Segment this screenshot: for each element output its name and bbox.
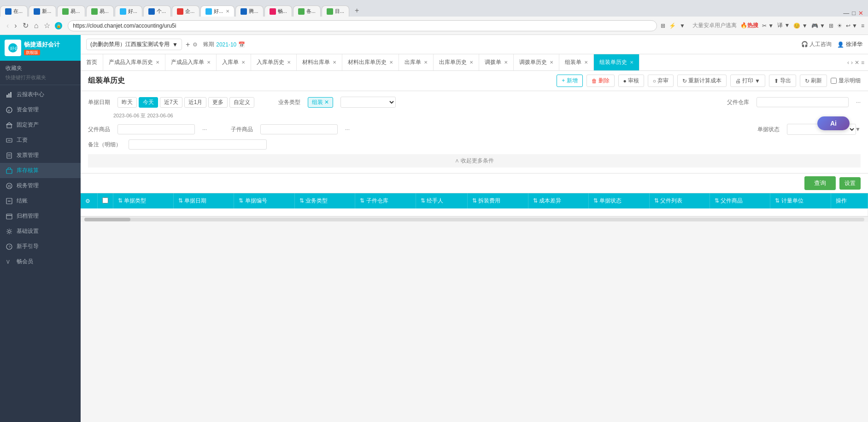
date-btn-1month[interactable]: 近1月 (184, 97, 207, 108)
sidebar-item-member[interactable]: V 畅会员 (0, 254, 81, 269)
child-goods-more-btn[interactable]: ··· (345, 126, 350, 133)
tabs-close-icon[interactable]: ✕ (855, 59, 859, 66)
sun-tool[interactable]: ☀ (837, 23, 842, 29)
tab-close-4[interactable]: ✕ (287, 60, 291, 65)
tab-material-outbound-history[interactable]: 材料出库单历史 ✕ (342, 54, 399, 71)
tab-outbound-history[interactable]: 出库单历史 ✕ (434, 54, 479, 71)
tab-material-outbound[interactable]: 材料出库单 ✕ (297, 54, 342, 71)
tab-inbound[interactable]: 入库单 ✕ (217, 54, 251, 71)
browser-tab-2[interactable]: 易... (57, 6, 85, 17)
back-button[interactable]: ‹ (4, 21, 12, 31)
new-tab-button[interactable]: + (350, 5, 364, 17)
tab-assembly[interactable]: 组装单 ✕ (559, 54, 594, 71)
th-disassemble-fee[interactable]: ⇅ 拆装费用 (468, 193, 528, 208)
tab-close-6[interactable]: ✕ (389, 60, 393, 65)
collapse-bar[interactable]: ∧ 收起更多条件 (88, 154, 861, 168)
menu-button[interactable]: ≡ (861, 23, 864, 29)
game-tool[interactable]: 🎮 ▼ (811, 23, 825, 29)
add-button[interactable]: + 新增 (557, 75, 582, 87)
browser-tab-6[interactable]: 企... (172, 6, 199, 17)
scrollbar-thumb[interactable] (84, 218, 130, 221)
grid-tool[interactable]: ⊞ (829, 23, 833, 29)
service-button[interactable]: 🎧 人工咨询 (801, 40, 832, 48)
tab-close-12[interactable]: ✕ (630, 60, 633, 65)
date-btn-custom[interactable]: 自定义 (229, 97, 254, 108)
account-settings-btn[interactable]: ⚙ (193, 41, 198, 48)
sidebar-item-guide[interactable]: ? 新手引导 (0, 239, 81, 254)
add-account-btn[interactable]: + (186, 40, 190, 49)
emoji-tool[interactable]: 😊 ▼ (793, 23, 807, 29)
tab-close-9[interactable]: ✕ (504, 60, 508, 65)
tab-home[interactable]: 首页 (81, 54, 103, 71)
th-checkbox[interactable] (97, 193, 113, 208)
recalculate-button[interactable]: ↻ 重新计算成本 (677, 75, 727, 87)
sidebar-item-close-account[interactable]: 结账 (0, 193, 81, 208)
th-settings[interactable]: ⚙ (81, 193, 97, 208)
tab-close-5[interactable]: ✕ (333, 60, 336, 65)
tabs-next-icon[interactable]: › (851, 59, 853, 66)
th-cost-diff[interactable]: ⇅ 成本差异 (528, 193, 588, 208)
browser-tab-1[interactable]: 新... (29, 6, 56, 17)
tab-close-2[interactable]: ✕ (207, 60, 211, 65)
calendar-icon[interactable]: 📅 (238, 41, 245, 48)
delete-button[interactable]: 🗑 删除 (586, 75, 615, 87)
window-close-btn[interactable]: ✕ (858, 10, 863, 17)
translate-tool[interactable]: 译 ▼ (777, 22, 790, 29)
browser-tab-10[interactable]: 各... (293, 6, 321, 17)
browser-tab-8[interactable]: 腾... (235, 6, 263, 17)
child-goods-input[interactable] (260, 124, 338, 134)
tab-inbound-history[interactable]: 入库单历史 ✕ (251, 54, 297, 71)
tab-close-3[interactable]: ✕ (241, 60, 245, 65)
th-bill-status[interactable]: ⇅ 单据状态 (589, 193, 649, 208)
scrollbar-track[interactable] (84, 218, 864, 221)
cut-tool[interactable]: ✂ ▼ (762, 23, 774, 29)
tab-close-10[interactable]: ✕ (550, 60, 553, 65)
date-btn-yesterday[interactable]: 昨天 (117, 97, 137, 108)
query-button[interactable]: 查询 (804, 176, 836, 190)
home-button[interactable]: ⌂ (31, 21, 41, 31)
bookmark-button[interactable]: ☆ (41, 20, 53, 31)
print-button[interactable]: 🖨 打印 ▼ (730, 75, 765, 87)
th-bill-date[interactable]: ⇅ 单据日期 (173, 193, 234, 208)
browser-tab-3[interactable]: 易... (86, 6, 114, 17)
browser-tab-4[interactable]: 好... (115, 6, 142, 17)
settings-filter-button[interactable]: 设置 (839, 177, 861, 190)
browser-tab-11[interactable]: 目... (322, 6, 349, 17)
date-btn-7days[interactable]: 近7天 (160, 97, 182, 108)
th-parent-list[interactable]: ⇅ 父件列表 (649, 193, 710, 208)
sidebar-item-basic-settings[interactable]: 基础设置 (0, 224, 81, 239)
sidebar-item-fund-management[interactable]: ¥ 资金管理 (0, 102, 81, 117)
address-bar[interactable] (68, 20, 657, 31)
date-btn-more[interactable]: 更多 (208, 97, 228, 108)
lightning-icon[interactable]: ⚡ (669, 23, 676, 29)
date-btn-today[interactable]: 今天 (139, 97, 158, 108)
refresh-browser-button[interactable]: ↻ (20, 20, 31, 31)
sidebar-item-salary[interactable]: 工资 (0, 133, 81, 148)
tabs-prev-icon[interactable]: ‹ (847, 59, 849, 66)
audit-button[interactable]: ● 审核 (618, 75, 644, 87)
window-minimize-btn[interactable]: — (843, 10, 849, 17)
favorites-title[interactable]: 收藏夹 (6, 64, 75, 72)
parent-warehouse-input[interactable] (757, 97, 849, 107)
browser-tab-0[interactable]: 在... (0, 6, 28, 17)
sidebar-item-archive[interactable]: 归档管理 (0, 208, 81, 224)
th-bill-no[interactable]: ⇅ 单据编号 (234, 193, 294, 208)
parent-warehouse-more-btn[interactable]: ··· (856, 99, 861, 105)
tab-transfer[interactable]: 调拨单 ✕ (479, 54, 514, 71)
tab-finished-goods[interactable]: 产成品入库单 ✕ (165, 54, 217, 71)
browser-tab-5[interactable]: 个... (143, 6, 171, 17)
sidebar-item-invoice[interactable]: 发票管理 (0, 148, 81, 163)
tab-close-1[interactable]: ✕ (156, 60, 159, 65)
undo-tool[interactable]: ↩ ▼ (846, 23, 857, 29)
browser-tab-7[interactable]: 好... ✕ (200, 6, 235, 17)
th-handler[interactable]: ⇅ 经手人 (416, 193, 467, 208)
forward-button[interactable]: › (12, 21, 19, 31)
dropdown-icon[interactable]: ▼ (680, 23, 685, 29)
select-all-checkbox[interactable] (102, 197, 108, 203)
remark-input[interactable] (129, 139, 267, 150)
tab-close-7[interactable]: ✕ (424, 60, 428, 65)
th-parent-goods[interactable]: ⇅ 父件商品 (710, 193, 770, 208)
th-unit[interactable]: ⇅ 计量单位 (770, 193, 831, 208)
business-type-select[interactable] (340, 97, 396, 108)
browser-tab-close-7[interactable]: ✕ (226, 9, 229, 14)
